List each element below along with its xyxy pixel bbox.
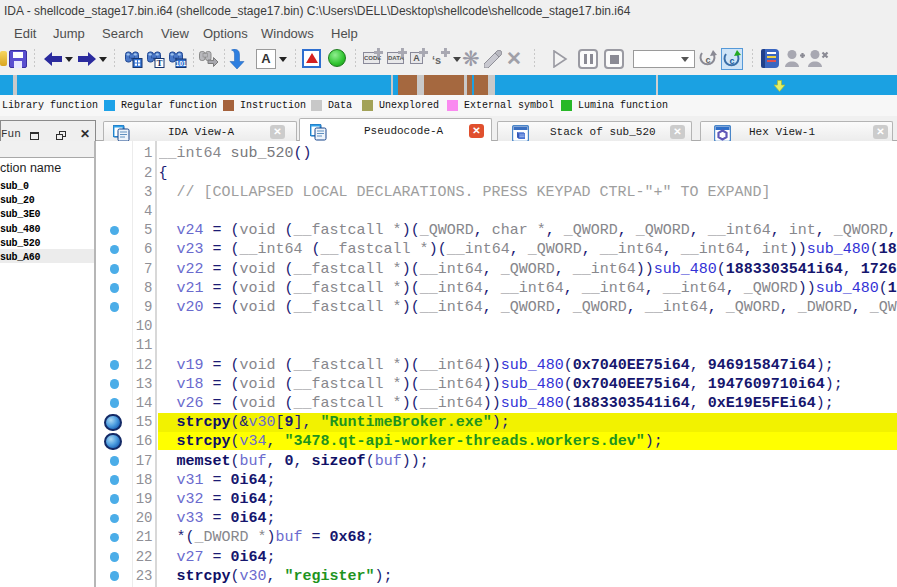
svg-text:c: c [729, 56, 734, 66]
svg-text:c: c [705, 55, 710, 65]
svg-text:101: 101 [176, 60, 187, 67]
svg-text:T: T [156, 58, 162, 68]
